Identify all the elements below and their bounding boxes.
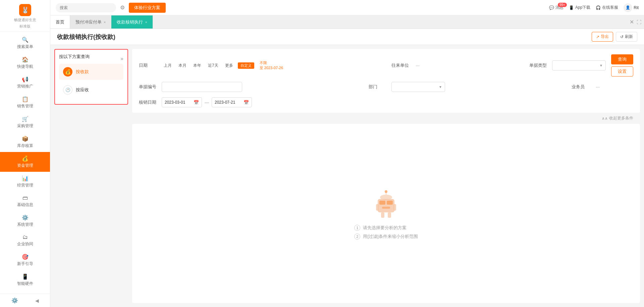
top-bar: ⚙ 体验行业方案 💬 消息 99+ 📱 App下载 🎧 在线客服 👤 Rit [50,0,644,15]
empty-steps: 1 请先选择要分析的方案 2 用[过滤]条件来缩小分析范围 [354,225,418,240]
sidebar-label-inventory: 库存核算 [17,143,33,149]
tab-prepay-close[interactable]: × [104,20,106,24]
settings-icon[interactable]: ⚙️ [11,297,18,304]
logo-area: 🐰 畅捷通好生意 标准版 [0,0,50,32]
sidebar-item-sales[interactable]: 📋 销售管理 [0,93,50,112]
sidebar-label-finance: 资金管理 [17,163,33,168]
main-area: ⚙ 体验行业方案 💬 消息 99+ 📱 App下载 🎧 在线客服 👤 Rit [50,0,644,307]
counterpart-dots[interactable]: ··· [414,63,421,68]
sidebar-item-marketing[interactable]: 📢 营销推广 [0,73,50,93]
sidebar-label-enterprise: 企业协同 [17,241,33,247]
settings-button[interactable]: 设置 [611,66,633,76]
message-badge: 99+ [558,3,567,7]
filter-by-receivable[interactable]: 🕐 按应收 [59,82,123,98]
svg-rect-7 [388,212,391,218]
page-title: 收款核销执行(按收款) [57,33,115,41]
tab-expand-icon[interactable]: ⛶ [637,19,641,25]
refresh-button[interactable]: ↺ 刷新 [616,32,637,42]
app-download-btn[interactable]: 📱 App下载 [569,5,590,10]
sidebar-item-guide[interactable]: 🎯 新手引导 [0,250,50,270]
hardware-icon: 📱 [22,273,29,280]
search-input[interactable] [56,3,116,12]
collapse-icon: ∧∧ [602,116,608,121]
sidebar-item-basicinfo[interactable]: 🗃 基础信息 [0,192,50,211]
user-avatar[interactable]: 👤 Rit [624,3,639,12]
sidebar-nav: 🔍 搜索菜单 🏠 快捷导航 📢 营销推广 📋 销售管理 🛒 采购管理 📦 库存核… [0,32,50,294]
app-subtitle: 标准版 [19,24,31,29]
tab-receivables-label: 收款核销执行 [117,19,143,25]
tab-receivables-close[interactable]: × [145,20,147,24]
message-btn[interactable]: 💬 消息 99+ [549,5,564,10]
query-button[interactable]: 查询 [611,54,633,64]
collapse-sidebar-icon[interactable]: ◀ [35,298,39,303]
filter-receipt-label: 按收款 [76,69,89,75]
tab-prepay[interactable]: 预付冲应付单 × [70,15,111,29]
this-month-btn[interactable]: 本月 [176,62,189,69]
svg-point-10 [385,190,387,193]
svg-rect-4 [376,204,379,211]
search-icon: 🔍 [22,37,29,43]
query-area: 日期 上月 本月 本年 近7天 更多 自定义 不限 至 2023-07-26 [132,49,640,303]
header-actions: ↗ 导出 ↺ 刷新 [592,32,637,42]
filter-panel-title: 按以下方案查询 [59,54,90,60]
form-row-date: 日期 上月 本月 本年 近7天 更多 自定义 不限 至 2023-07-26 [139,54,633,76]
last-month-btn[interactable]: 上月 [162,62,174,69]
query-buttons: 查询 设置 [611,54,633,76]
svg-rect-3 [382,207,390,209]
tab-home-label: 首页 [56,19,64,25]
sidebar-item-search[interactable]: 🔍 搜索菜单 [0,33,50,53]
sidebar-item-wechat[interactable]: 💬 企业微信 [0,290,50,294]
sidebar-bottom: ⚙️ ◀ [0,294,50,307]
tab-home[interactable]: 首页 [50,15,70,29]
sidebar-item-enterprise[interactable]: 🗂 企业协同 [0,231,50,250]
dept-arrow: ▾ [439,85,441,89]
svg-rect-6 [381,212,384,218]
doc-type-select[interactable]: ▾ [552,60,606,70]
industry-btn[interactable]: 体验行业方案 [129,3,166,13]
date-no-limit: 不限 [260,60,283,65]
dept-select[interactable]: ▾ [391,82,445,92]
collapse-filter-icon[interactable]: » [120,56,123,62]
empty-state: 1 请先选择要分析的方案 2 用[过滤]条件来缩小分析范围 [132,124,640,303]
sidebar-item-purchase[interactable]: 🛒 采购管理 [0,112,50,132]
sidebar-item-finance[interactable]: 💰 资金管理 [0,152,50,172]
sidebar-item-hardware[interactable]: 📱 智能硬件 [0,270,50,290]
last-7days-btn[interactable]: 近7天 [206,62,220,69]
sales-icon: 📋 [22,96,29,102]
sidebar-item-system[interactable]: ⚙️ 系统管理 [0,211,50,231]
export-icon: ↗ [596,35,599,39]
service-icon: 🎧 [596,5,601,10]
svg-rect-2 [387,201,393,205]
top-bar-left: ⚙ 体验行业方案 [56,3,166,13]
sidebar-label-marketing: 营销推广 [17,84,33,89]
sidebar-item-operations[interactable]: 📊 经营管理 [0,172,50,192]
operations-icon: 📊 [22,175,29,182]
sidebar-item-inventory[interactable]: 📦 库存核算 [0,132,50,152]
purchase-icon: 🛒 [22,116,29,122]
filter-by-receipt[interactable]: 💰 按收款 [59,64,123,80]
query-form: 日期 上月 本月 本年 近7天 更多 自定义 不限 至 2023-07-26 [132,49,640,113]
salesperson-dots[interactable]: ··· [594,84,601,90]
writeoff-date-range: 2023-03-01 📅 — 2023-07-21 📅 [162,97,252,107]
export-button[interactable]: ↗ 导出 [592,32,613,42]
sidebar-item-quicknav[interactable]: 🏠 快捷导航 [0,53,50,73]
date-options: 上月 本月 本年 近7天 更多 自定义 [162,62,254,69]
tab-actions: ✕ ⛶ [627,15,644,29]
collapse-more-btn[interactable]: ∧∧ 收起更多条件 [602,115,633,121]
doc-number-input[interactable] [162,82,242,92]
custom-date-badge[interactable]: 自定义 [238,62,254,69]
this-year-btn[interactable]: 本年 [191,62,203,69]
svg-rect-5 [393,204,396,211]
home-icon: 🏠 [22,56,29,63]
sidebar-label-operations: 经营管理 [17,183,33,188]
sidebar-label-system: 系统管理 [17,222,33,227]
writeoff-end-date[interactable]: 2023-07-21 📅 [212,97,252,107]
form-row-writeoff: 核销日期 2023-03-01 📅 — 2023-07-21 📅 [139,97,633,107]
gear-icon[interactable]: ⚙ [120,4,125,11]
tab-receivables[interactable]: 收款核销执行 × [111,15,153,29]
online-service-btn[interactable]: 🎧 在线客服 [596,5,618,10]
more-date-btn[interactable]: 更多 [223,62,235,69]
tab-close-icon[interactable]: ✕ [630,19,634,25]
writeoff-start-date[interactable]: 2023-03-01 📅 [162,97,202,107]
message-icon: 💬 [549,5,554,10]
